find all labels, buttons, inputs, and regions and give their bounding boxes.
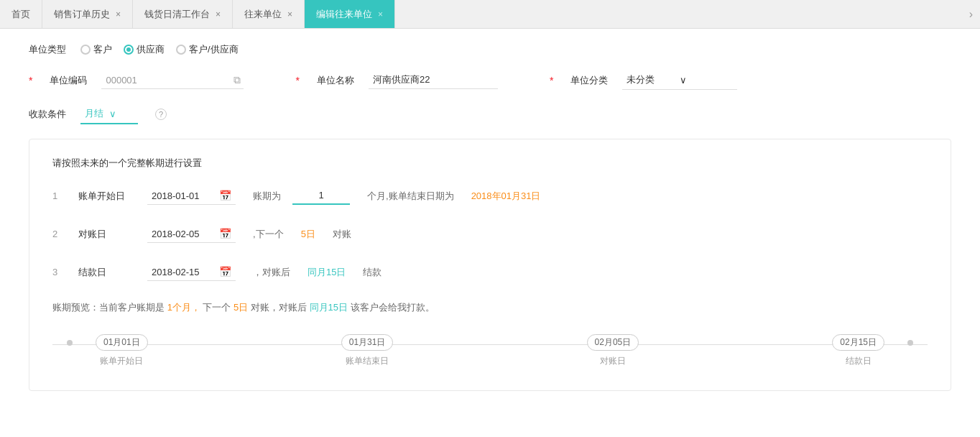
preview-middle: 下一个 xyxy=(203,302,231,313)
step-1-cal-icon[interactable]: 📅 xyxy=(219,190,231,201)
timeline-items: 01月01日 账单开始日 01月31日 账单结束日 02月05日 对账日 02月… xyxy=(67,334,913,367)
tab-edit-partner[interactable]: 编辑往来单位 × xyxy=(305,0,395,28)
unit-code-input[interactable] xyxy=(101,72,231,88)
close-cash-ledger[interactable]: × xyxy=(216,9,221,19)
tab-sales-history[interactable]: 销售订单历史 × xyxy=(42,0,133,28)
step-1-period-input[interactable] xyxy=(292,187,350,205)
category-dropdown-icon: ∨ xyxy=(680,75,733,86)
unit-type-radio-group: 客户 供应商 客户/供应商 xyxy=(80,43,239,56)
timeline-point-3: 02月05日 对账日 xyxy=(587,334,639,367)
tab-more-button[interactable]: › xyxy=(962,0,980,28)
unit-type-label: 单位类型 xyxy=(29,43,66,56)
code-name-category-row: * 单位编码 ⧉ * 单位名称 * 单位分类 未分类 ∨ xyxy=(29,70,951,90)
close-partner[interactable]: × xyxy=(287,9,292,19)
payment-terms-dropdown-icon: ∨ xyxy=(109,109,134,119)
timeline-label-1: 账单开始日 xyxy=(100,355,143,367)
step-1-num: 1 xyxy=(52,190,67,201)
step-3-date-field[interactable] xyxy=(152,267,216,277)
timeline-label-2: 账单结束日 xyxy=(346,355,389,367)
step-2-label: 对账日 xyxy=(78,228,136,241)
step-2-suffix: 对账 xyxy=(333,228,351,241)
step-1-label: 账单开始日 xyxy=(78,190,136,203)
step-2-row: 2 对账日 📅 ,下一个 5日 对账 xyxy=(52,225,928,243)
step-3-cal-icon[interactable]: 📅 xyxy=(219,266,231,277)
unit-name-label: 单位名称 xyxy=(317,74,354,87)
main-content: 单位类型 客户 供应商 客户/供应商 * 单位编码 ⧉ * 单位名称 xyxy=(0,29,980,437)
close-sales-history[interactable]: × xyxy=(116,9,121,19)
unit-name-input[interactable] xyxy=(369,72,498,89)
step-2-cal-icon[interactable]: 📅 xyxy=(219,228,231,239)
help-icon[interactable]: ? xyxy=(155,109,167,120)
timeline-points: 01月01日 账单开始日 01月31日 账单结束日 02月05日 对账日 02月… xyxy=(67,334,913,367)
unit-code-input-wrapper: ⧉ xyxy=(101,72,244,89)
step-3-date-input: 📅 xyxy=(147,263,236,281)
timeline-end-dot xyxy=(907,340,913,346)
copy-icon[interactable]: ⧉ xyxy=(231,74,244,86)
step-2-num: 2 xyxy=(52,229,67,239)
preview-prefix: 账期预览：当前客户账期是 xyxy=(52,302,165,313)
timeline-start-dot xyxy=(67,340,73,346)
timeline-badge-4: 02月15日 xyxy=(832,334,884,351)
step-3-highlight: 同月15日 xyxy=(308,266,346,279)
timeline-right-endpoint xyxy=(907,340,913,346)
timeline-point-4: 02月15日 结款日 xyxy=(832,334,884,367)
unit-category-label: 单位分类 xyxy=(570,74,608,87)
preview-highlight3: 同月15日 xyxy=(310,302,348,313)
step-1-desc-after: 个月,账单结束日期为 xyxy=(367,190,454,203)
radio-both-circle xyxy=(176,45,186,55)
step-3-num: 3 xyxy=(52,267,67,277)
preview-text: 账期预览：当前客户账期是 1个月， 下一个 5日 对账，对账后 同月15日 该客… xyxy=(52,301,928,314)
unit-type-row: 单位类型 客户 供应商 客户/供应商 xyxy=(29,43,951,56)
preview-highlight2: 5日 xyxy=(234,302,248,313)
timeline-left-endpoint xyxy=(67,340,73,346)
step-1-row: 1 账单开始日 📅 账期为 个月,账单结束日期为 2018年01月31日 xyxy=(52,187,928,205)
preview-highlight1: 1个月， xyxy=(167,302,200,313)
payment-terms-row: 收款条件 月结 ∨ ? xyxy=(29,104,951,124)
step-1-date-input: 📅 xyxy=(147,187,236,205)
step-1-desc-before: 账期为 xyxy=(253,190,281,203)
step-1-end-date: 2018年01月31日 xyxy=(471,190,541,203)
timeline-point-2: 01月31日 账单结束日 xyxy=(341,334,394,367)
preview-text2: 对账，对账后 xyxy=(251,302,307,313)
tab-cash-ledger[interactable]: 钱货日清工作台 × xyxy=(133,0,233,28)
radio-supplier-circle xyxy=(124,45,134,55)
timeline-badge-3: 02月05日 xyxy=(587,334,639,351)
step-3-desc-prefix: ，对账后 xyxy=(253,266,290,279)
radio-supplier[interactable]: 供应商 xyxy=(124,43,165,56)
tab-bar: 首页 销售订单历史 × 钱货日清工作台 × 往来单位 × 编辑往来单位 × › xyxy=(0,0,980,29)
timeline-container: 01月01日 账单开始日 01月31日 账单结束日 02月05日 对账日 02月… xyxy=(52,334,928,367)
step-3-suffix: 结款 xyxy=(363,266,382,279)
step-2-desc: ,下一个 xyxy=(253,228,284,241)
payment-terms-label: 收款条件 xyxy=(29,108,66,121)
payment-terms-value: 月结 xyxy=(85,107,109,120)
timeline-point-1: 01月01日 账单开始日 xyxy=(96,334,148,367)
timeline-label-3: 对账日 xyxy=(600,355,626,367)
close-edit-partner[interactable]: × xyxy=(378,9,383,19)
timeline-badge-2: 01月31日 xyxy=(341,334,394,351)
step-1-date-field[interactable] xyxy=(152,190,216,201)
unit-category-select[interactable]: 未分类 ∨ xyxy=(622,70,737,90)
radio-customer-circle xyxy=(80,45,91,55)
unit-code-label: 单位编码 xyxy=(50,74,87,87)
radio-both[interactable]: 客户/供应商 xyxy=(176,43,239,56)
payment-terms-select[interactable]: 月结 ∨ xyxy=(80,104,138,124)
step-3-row: 3 结款日 📅 ，对账后 同月15日 结款 xyxy=(52,263,928,281)
step-2-highlight: 5日 xyxy=(301,228,315,241)
timeline-label-4: 结款日 xyxy=(846,355,872,367)
card-instruction: 请按照未来的一个完整帐期进行设置 xyxy=(52,157,928,170)
tab-home[interactable]: 首页 xyxy=(0,0,42,28)
tab-partner[interactable]: 往来单位 × xyxy=(233,0,305,28)
step-3-label: 结款日 xyxy=(78,266,136,279)
timeline-badge-1: 01月01日 xyxy=(96,334,148,351)
step-2-date-input: 📅 xyxy=(147,225,236,243)
step-2-date-field[interactable] xyxy=(152,229,216,239)
radio-customer[interactable]: 客户 xyxy=(80,43,112,56)
settings-card: 请按照未来的一个完整帐期进行设置 1 账单开始日 📅 账期为 个月,账单结束日期… xyxy=(29,139,951,391)
preview-suffix: 该客户会给我打款。 xyxy=(351,302,435,313)
